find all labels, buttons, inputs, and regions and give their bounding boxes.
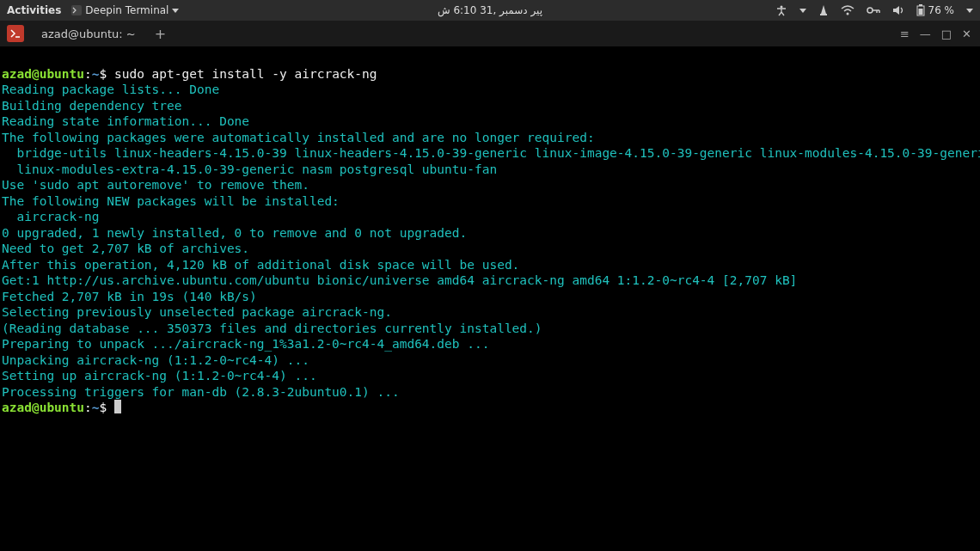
- vlc-tray-icon[interactable]: [818, 4, 829, 16]
- output-line: The following NEW packages will be insta…: [2, 194, 340, 208]
- output-line: Fetched 2,707 kB in 19s (140 kB/s): [2, 290, 257, 303]
- output-line: Use 'sudo apt autoremove' to remove them…: [2, 178, 309, 192]
- hamburger-menu-button[interactable]: ≡: [900, 28, 910, 40]
- terminal-app-icon: [7, 25, 24, 42]
- output-line: Reading state information... Done: [2, 114, 249, 128]
- svg-rect-7: [918, 9, 922, 15]
- prompt-path: ~: [92, 67, 100, 81]
- new-tab-button[interactable]: +: [155, 26, 166, 42]
- battery-percent: 76 %: [928, 4, 955, 16]
- prompt-colon: :: [84, 401, 92, 414]
- prompt-userhost: azad@ubuntu: [2, 401, 84, 414]
- output-line: bridge-utils linux-headers-4.15.0-39 lin…: [2, 146, 980, 160]
- output-line: Unpacking aircrack-ng (1:1.2-0~rc4-4) ..…: [2, 353, 309, 367]
- svg-point-3: [846, 13, 848, 15]
- chevron-down-icon: [966, 9, 973, 13]
- prompt-path: ~: [92, 401, 100, 414]
- terminal-output[interactable]: azad@ubuntu:~$ sudo apt-get install -y a…: [0, 46, 980, 419]
- svg-rect-0: [71, 5, 82, 15]
- output-line: Setting up aircrack-ng (1:1.2-0~rc4-4) .…: [2, 369, 317, 383]
- svg-rect-6: [919, 4, 922, 6]
- vpn-key-icon[interactable]: [867, 6, 880, 15]
- prompt-dollar: $: [100, 67, 114, 81]
- output-line: After this operation, 4,120 kB of additi…: [2, 258, 519, 272]
- chevron-down-icon: [799, 9, 806, 13]
- minimize-button[interactable]: —: [920, 28, 931, 40]
- output-line: Selecting previously unselected package …: [2, 305, 392, 319]
- output-line: Preparing to unpack .../aircrack-ng_1%3a…: [2, 337, 489, 351]
- volume-icon[interactable]: [892, 5, 904, 15]
- activities-button[interactable]: Activities: [7, 4, 61, 16]
- terminal-small-icon: [71, 5, 82, 15]
- output-line: The following packages were automaticall…: [2, 131, 595, 144]
- prompt-colon: :: [84, 67, 92, 81]
- output-line: Reading package lists... Done: [2, 83, 219, 96]
- terminal-tab[interactable]: azad@ubuntu: ~: [33, 24, 144, 44]
- battery-indicator[interactable]: 76 %: [916, 4, 955, 16]
- gnome-topbar: Activities Deepin Terminal پیر دسمبر ,31…: [0, 0, 980, 21]
- svg-point-4: [867, 8, 873, 13]
- accessibility-icon[interactable]: [775, 4, 787, 16]
- maximize-button[interactable]: □: [941, 28, 952, 40]
- output-line: aircrack-ng: [2, 210, 100, 223]
- output-line: Building dependency tree: [2, 99, 182, 113]
- output-line: linux-modules-extra-4.15.0-39-generic na…: [2, 162, 497, 176]
- prompt-dollar: $: [100, 401, 114, 414]
- terminal-cursor: [114, 400, 121, 413]
- wifi-icon[interactable]: [841, 5, 854, 15]
- output-line: 0 upgraded, 1 newly installed, 0 to remo…: [2, 226, 467, 240]
- clock[interactable]: پیر دسمبر ,31 6:10 ش: [438, 4, 542, 16]
- svg-rect-2: [820, 14, 827, 15]
- command-text: sudo apt-get install -y aircrack-ng: [114, 67, 377, 81]
- system-tray: 76 %: [775, 4, 974, 16]
- terminal-titlebar: azad@ubuntu: ~ + ≡ — □ ✕: [0, 21, 980, 46]
- chevron-down-icon: [172, 9, 179, 13]
- output-line: Processing triggers for man-db (2.8.3-2u…: [2, 385, 400, 399]
- output-line: Get:1 http://us.archive.ubuntu.com/ubunt…: [2, 273, 797, 287]
- output-line: Need to get 2,707 kB of archives.: [2, 242, 249, 255]
- svg-point-1: [780, 6, 782, 9]
- close-button[interactable]: ✕: [962, 28, 971, 40]
- app-menu-label: Deepin Terminal: [85, 4, 168, 16]
- prompt-userhost: azad@ubuntu: [2, 67, 84, 81]
- app-menu[interactable]: Deepin Terminal: [71, 4, 179, 16]
- output-line: (Reading database ... 350373 files and d…: [2, 321, 542, 335]
